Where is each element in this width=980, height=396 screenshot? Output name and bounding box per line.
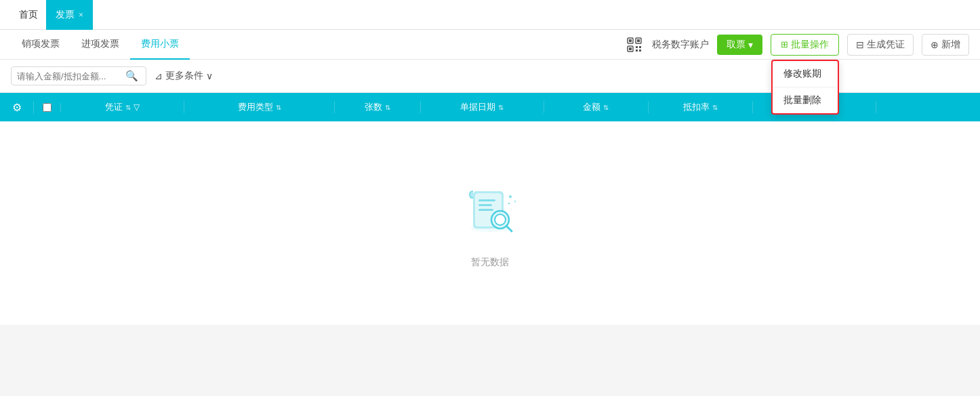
batch-icon: ⊞ (781, 39, 788, 50)
empty-state: 暂无数据 (0, 121, 980, 325)
tax-account-button[interactable]: 税务数字账户 (652, 39, 709, 51)
sort-expense-icon[interactable]: ⇅ (276, 104, 281, 111)
toolbar-right: 税务数字账户 取票 ▾ ⊞ 批量操作 修改账期 批量删除 ⊟ 生成凭证 ⊕ 新增 (625, 34, 969, 56)
svg-point-17 (495, 214, 506, 225)
svg-rect-8 (636, 50, 638, 52)
table: ⚙ 凭证 ⇅ ▽ 费用类型 ⇅ 张数 ⇅ 单据日期 ⇅ 金额 ⇅ 抵扣率 ⇅ (0, 93, 980, 325)
batch-delete-item[interactable]: 批量删除 (773, 87, 838, 113)
batch-dropdown-menu: 修改账期 批量删除 (771, 60, 839, 115)
search-wrap[interactable]: 🔍 (11, 66, 146, 85)
gen-voucher-button[interactable]: ⊟ 生成凭证 (847, 34, 914, 56)
filter-icon: ⊿ (155, 71, 163, 81)
svg-rect-15 (478, 209, 493, 211)
invoice-tab-label: 发票 (56, 9, 75, 21)
th-setting[interactable]: ⚙ (0, 101, 34, 114)
svg-point-19 (509, 195, 512, 198)
th-expense-type: 费用类型 ⇅ (184, 101, 335, 113)
tab-sales[interactable]: 销项发票 (11, 30, 70, 60)
svg-rect-7 (639, 46, 641, 48)
svg-rect-3 (637, 39, 640, 42)
tab-expense[interactable]: 费用小票 (130, 30, 190, 60)
th-count: 张数 ⇅ (335, 101, 421, 113)
sort-date-icon[interactable]: ⇅ (498, 104, 504, 111)
take-ticket-button[interactable]: 取票 ▾ (717, 35, 762, 55)
sort-rate-icon[interactable]: ⇅ (712, 104, 718, 111)
batch-operations-wrap: ⊞ 批量操作 修改账期 批量删除 (771, 34, 839, 56)
empty-illustration (456, 178, 524, 245)
sub-tabs-bar: 销项发票 进项发票 费用小票 税务数字账户 取票 ▾ (0, 30, 980, 60)
empty-text: 暂无数据 (471, 256, 509, 269)
search-icon: 🔍 (125, 70, 138, 82)
invoice-tab[interactable]: 发票 × (46, 0, 93, 30)
th-rate: 抵扣率 ⇅ (649, 101, 753, 113)
sort-amount-icon[interactable]: ⇅ (603, 104, 609, 111)
svg-rect-5 (629, 47, 632, 50)
svg-rect-6 (636, 46, 638, 48)
th-check[interactable] (34, 103, 61, 112)
settings-icon: ⚙ (12, 101, 22, 114)
svg-point-20 (514, 201, 516, 203)
th-date: 单据日期 ⇅ (421, 101, 544, 113)
add-icon: ⊕ (931, 39, 939, 50)
svg-point-21 (508, 203, 510, 204)
qr-code-icon[interactable] (625, 35, 644, 54)
th-amount: 金额 ⇅ (544, 101, 649, 113)
sort-voucher-icon[interactable]: ⇅ (125, 104, 131, 111)
svg-rect-9 (639, 50, 641, 52)
search-input[interactable] (17, 71, 125, 81)
home-tab[interactable]: 首页 (11, 9, 46, 21)
top-nav: 首页 发票 × (0, 0, 980, 30)
add-button[interactable]: ⊕ 新增 (922, 34, 969, 56)
svg-rect-1 (629, 39, 632, 42)
gen-voucher-icon: ⊟ (856, 39, 864, 50)
svg-rect-13 (478, 199, 495, 201)
more-filter-button[interactable]: ⊿ 更多条件 ∨ (155, 70, 213, 82)
sort-count-icon[interactable]: ⇅ (385, 104, 390, 111)
svg-rect-14 (478, 204, 492, 206)
th-voucher: 凭证 ⇅ ▽ (61, 101, 184, 113)
invoice-tab-close[interactable]: × (79, 10, 83, 20)
filter-voucher-icon[interactable]: ▽ (134, 102, 140, 112)
select-all-checkbox[interactable] (43, 103, 52, 112)
tab-input[interactable]: 进项发票 (70, 30, 130, 60)
modify-period-item[interactable]: 修改账期 (773, 61, 838, 87)
batch-operations-button[interactable]: ⊞ 批量操作 (771, 34, 839, 56)
